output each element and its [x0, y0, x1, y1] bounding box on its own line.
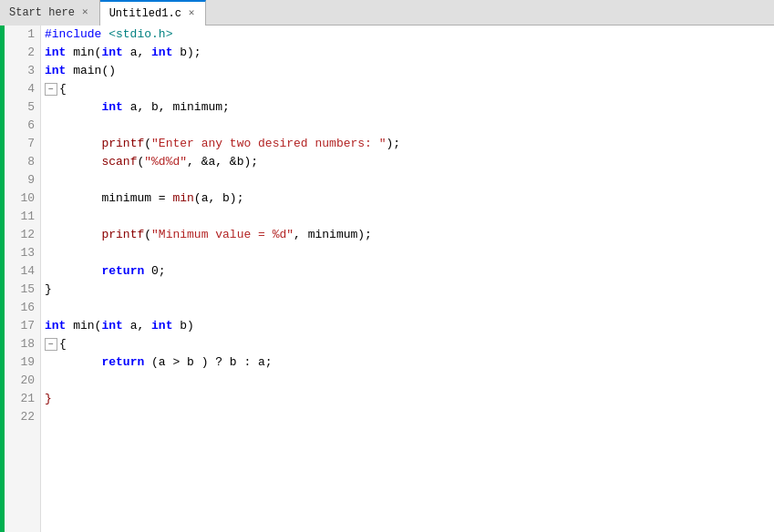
token	[45, 153, 101, 171]
token	[45, 135, 101, 153]
line-num-2: 2	[5, 44, 35, 62]
code-line-7: printf("Enter any two desired numbers: "…	[45, 135, 774, 153]
token: <stdio.h>	[108, 26, 172, 44]
line-num-17: 17	[5, 317, 35, 335]
token: min(	[66, 44, 101, 62]
code-area[interactable]: #include <stdio.h>int min(int a, int b);…	[41, 26, 774, 532]
line-num-5: 5	[5, 98, 35, 117]
token: int	[101, 44, 122, 62]
token: return	[101, 353, 144, 372]
code-line-18: −{	[45, 335, 774, 353]
token: printf	[101, 135, 144, 153]
code-line-22	[45, 408, 774, 426]
token: , &a, &b);	[187, 153, 258, 171]
token: }	[45, 390, 52, 408]
code-line-3: int main()	[45, 62, 774, 80]
code-line-12: printf("Minimum value = %d", minimum);	[45, 226, 774, 244]
token: printf	[101, 226, 144, 244]
token: (	[137, 153, 144, 171]
token: a,	[123, 44, 151, 62]
token	[45, 189, 101, 208]
token: int	[101, 317, 122, 335]
tab-untitled1c-close[interactable]: ✕	[187, 7, 197, 19]
token	[45, 353, 101, 372]
token: minimum	[101, 189, 151, 208]
line-num-9: 9	[5, 171, 35, 189]
code-line-13	[45, 244, 774, 262]
token: (	[144, 135, 151, 153]
token: min	[172, 189, 193, 208]
token: scanf	[101, 153, 137, 171]
token: int	[45, 44, 66, 62]
collapse-icon-line-4[interactable]: −	[45, 83, 57, 96]
line-num-4: 4	[5, 80, 35, 98]
token: int	[101, 98, 122, 117]
token: {	[59, 335, 67, 353]
token	[45, 98, 101, 117]
token: "Enter any two desired numbers: "	[151, 135, 386, 153]
token: b)	[172, 317, 193, 335]
code-line-14: return 0;	[45, 262, 774, 281]
code-line-2: int min(int a, int b);	[45, 44, 774, 62]
token: a, b, minimum;	[123, 98, 230, 117]
token: int	[151, 44, 172, 62]
code-line-9	[45, 171, 774, 189]
line-num-15: 15	[5, 281, 35, 299]
code-line-10: minimum = min(a, b);	[45, 189, 774, 208]
tab-start-here-close[interactable]: ✕	[80, 6, 90, 18]
tab-start-here-label: Start here	[9, 6, 75, 19]
token: return	[101, 262, 144, 281]
token: =	[151, 189, 172, 208]
token: int	[45, 62, 66, 80]
token: "%d%d"	[144, 153, 187, 171]
token	[45, 262, 101, 281]
line-num-7: 7	[5, 135, 35, 153]
token: #include	[45, 26, 108, 44]
line-num-14: 14	[5, 262, 35, 281]
token: );	[387, 135, 401, 153]
token: 0;	[144, 262, 165, 281]
token: main()	[66, 62, 116, 80]
tab-untitled1c[interactable]: Untitled1.c ✕	[100, 0, 207, 26]
line-num-6: 6	[5, 117, 35, 135]
code-line-19: return (a > b ) ? b : a;	[45, 353, 774, 372]
code-line-8: scanf("%d%d", &a, &b);	[45, 153, 774, 171]
code-line-20	[45, 372, 774, 390]
token: "Minimum value = %d"	[151, 226, 294, 244]
token: int	[45, 317, 66, 335]
token: (a, b);	[194, 189, 244, 208]
token: (	[144, 226, 151, 244]
token: }	[45, 281, 52, 299]
tab-start-here[interactable]: Start here ✕	[0, 0, 100, 26]
token	[45, 226, 101, 244]
line-num-16: 16	[5, 299, 35, 317]
line-numbers: 12345678910111213141516171819202122	[5, 26, 41, 532]
line-num-8: 8	[5, 153, 35, 171]
code-line-11	[45, 208, 774, 226]
tab-untitled1c-label: Untitled1.c	[109, 7, 181, 20]
line-num-19: 19	[5, 353, 35, 372]
token: b);	[172, 44, 201, 62]
line-num-21: 21	[5, 390, 35, 408]
token: , minimum);	[294, 226, 372, 244]
line-num-13: 13	[5, 244, 35, 262]
collapse-icon-line-18[interactable]: −	[45, 338, 57, 351]
line-num-22: 22	[5, 408, 35, 426]
code-line-1: #include <stdio.h>	[45, 26, 774, 44]
line-num-10: 10	[5, 189, 35, 208]
code-line-4: −{	[45, 80, 774, 98]
line-num-1: 1	[5, 26, 35, 44]
code-line-6	[45, 117, 774, 135]
token: min(	[66, 317, 101, 335]
line-num-18: 18	[5, 335, 35, 353]
code-line-5: int a, b, minimum;	[45, 98, 774, 117]
line-num-11: 11	[5, 208, 35, 226]
tab-bar: Start here ✕ Untitled1.c ✕	[0, 0, 774, 26]
line-num-3: 3	[5, 62, 35, 80]
code-line-16	[45, 299, 774, 317]
token: int	[151, 317, 172, 335]
code-line-17: int min(int a, int b)	[45, 317, 774, 335]
line-num-20: 20	[5, 372, 35, 390]
line-num-12: 12	[5, 226, 35, 244]
code-line-21: }	[45, 390, 774, 408]
